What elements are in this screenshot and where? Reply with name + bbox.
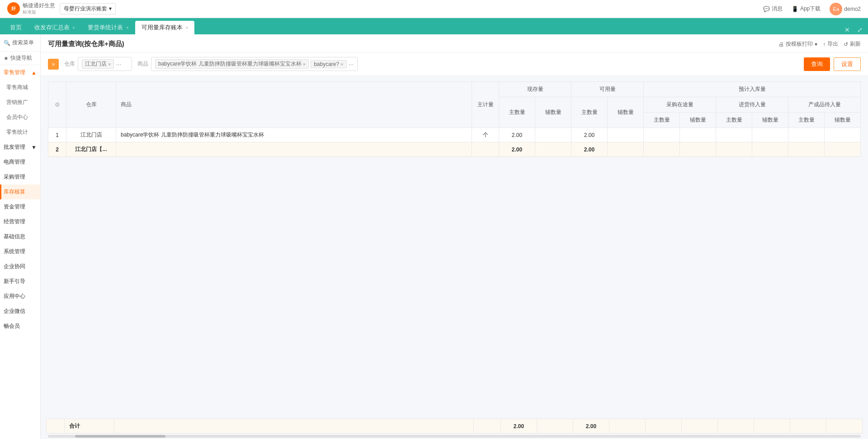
th-planned-in: 预计入库量 (644, 82, 861, 97)
th-avail-main: 主数量 (571, 97, 608, 128)
footer-area: 合计 2.00 2.00 (41, 419, 868, 434)
print-button[interactable]: 🖨 按模板打印 ▾ (778, 40, 817, 48)
sidebar-retail-mall-label: 零售商城 (6, 84, 28, 90)
refresh-icon: ↺ (844, 41, 848, 47)
cell-product-1: babycare学饮杯 儿童防摔防撞吸管杯重力球吸嘴杯宝宝水杯 (116, 128, 472, 142)
refresh-button[interactable]: ↺ 刷新 (844, 40, 861, 48)
filter-toggle-button[interactable]: » (48, 59, 59, 70)
product-tag-1: babycare学饮杯 儿童防摔防撞吸管杯重力球吸嘴杯宝宝水杯 × (155, 59, 309, 69)
tab-home-label: 首页 (10, 24, 22, 32)
cell-seq-2: 2 (48, 142, 66, 157)
export-icon: ↑ (823, 41, 826, 47)
close-window-icon[interactable]: ✕ (843, 25, 852, 34)
cell-warehouse-1: 江北门店 (66, 128, 116, 142)
sidebar-marketing-label: 营销推广 (6, 99, 28, 105)
tab-home[interactable]: 首页 (4, 21, 28, 34)
cell-purchase-sub-2 (680, 142, 716, 157)
sidebar-item-newbie[interactable]: 新手引导 (0, 274, 40, 289)
th-purchase-main: 主数量 (644, 113, 680, 128)
th-gear: ⚙ (48, 82, 66, 128)
query-button[interactable]: 查询 (804, 57, 830, 71)
footer-stock-sub (537, 419, 573, 434)
tab-order-stats[interactable]: 要货单统计表 × (81, 21, 135, 34)
warehouse-input[interactable]: 江北门店 × ··· (78, 57, 132, 71)
warehouse-tag-value: 江北门店 (85, 60, 107, 68)
sidebar-item-basic[interactable]: 基础信息 (0, 229, 40, 244)
sidebar-item-retail-mall[interactable]: 零售商城 (0, 80, 40, 95)
maximize-window-icon[interactable]: ⤢ (855, 25, 864, 34)
user-area[interactable]: Ea demo2 (830, 3, 861, 15)
cell-avail-sub-1 (608, 128, 644, 142)
sidebar-item-marketing[interactable]: 营销推广 (0, 95, 40, 110)
warehouse-tag-remove[interactable]: × (108, 61, 111, 67)
warehouse-tag: 江北门店 × (82, 59, 114, 69)
sidebar-item-operations[interactable]: 经营管理 (0, 214, 40, 229)
cell-stock-main-1: 2.00 (499, 128, 535, 142)
sidebar-item-member[interactable]: 会员中心 (0, 110, 40, 125)
cell-avail-main-1: 2.00 (571, 128, 608, 142)
sidebar-item-wholesale[interactable]: 批发管理 ▼ (0, 140, 40, 155)
sidebar-item-retail-stats[interactable]: 零售统计 (0, 125, 40, 140)
sidebar-item-enterprise[interactable]: 企业协同 (0, 259, 40, 274)
footer-stock-main: 2.00 (501, 419, 537, 434)
tab-order-stats-label: 要货单统计表 (88, 24, 123, 32)
scrollbar-thumb[interactable] (75, 435, 165, 438)
sidebar-item-wechat[interactable]: 企业微信 (0, 304, 40, 319)
sidebar-item-retail[interactable]: 零售管理 ▲ (0, 65, 40, 80)
cell-purchase-main-1 (644, 128, 680, 142)
table-area: ⚙ 仓库 商品 主计量 现存量 可用量 预计入库量 主数量 辅数量 主数量 辅数… (41, 76, 868, 419)
cell-product-main-2 (788, 142, 825, 157)
search-icon: 🔍 (4, 40, 10, 46)
th-product-main: 主数量 (788, 113, 825, 128)
th-product-pending: 产成品待入量 (788, 97, 861, 113)
sidebar-item-vip[interactable]: 畅会员 (0, 319, 40, 334)
sidebar-inventory-label: 库存核算 (4, 188, 25, 196)
sidebar-search[interactable]: 🔍 搜索菜单 (0, 34, 40, 52)
message-button[interactable]: 💬 消息 (763, 5, 783, 13)
template-selector[interactable]: 母婴行业演示账套 ▾ (60, 3, 116, 14)
sidebar-app-center-label: 应用中心 (4, 293, 25, 300)
product-tag-2-remove[interactable]: × (340, 61, 343, 67)
chevron-down-icon: ▾ (109, 5, 112, 12)
setting-button[interactable]: 设置 (834, 57, 861, 71)
sidebar-item-system[interactable]: 系统管理 (0, 244, 40, 259)
warehouse-more-icon[interactable]: ··· (116, 61, 121, 68)
sidebar-retail-stats-label: 零售统计 (6, 129, 28, 135)
tab-bar: 首页 收发存汇总表 × 要货单统计表 × 可用量库存账本 × ✕ ⤢ (0, 18, 868, 34)
tab-receipts-close[interactable]: × (72, 25, 75, 30)
download-icon: 📱 (792, 6, 798, 12)
cell-product-sub-2 (825, 142, 861, 157)
th-warehouse: 仓库 (66, 82, 116, 128)
print-label: 按模板打印 (786, 40, 813, 48)
tab-receipts[interactable]: 收发存汇总表 × (28, 21, 81, 34)
sidebar-item-inventory[interactable]: 库存核算 (0, 184, 40, 199)
horizontal-scrollbar[interactable] (48, 435, 861, 438)
sidebar-item-app-center[interactable]: 应用中心 (0, 289, 40, 304)
export-button[interactable]: ↑ 导出 (823, 40, 838, 48)
export-label: 导出 (827, 40, 838, 48)
sidebar-item-finance[interactable]: 资金管理 (0, 199, 40, 214)
th-stock-main: 主数量 (499, 97, 535, 128)
footer-purchase-sub (682, 419, 718, 434)
sidebar-nav[interactable]: ★ 快捷导航 (0, 52, 40, 65)
product-more-icon[interactable]: ··· (349, 61, 354, 68)
th-inbound-main: 主数量 (716, 113, 752, 128)
cell-inbound-main-1 (716, 128, 752, 142)
cell-product-sub-1 (825, 128, 861, 142)
sidebar-item-ecommerce[interactable]: 电商管理 (0, 155, 40, 170)
product-tag-1-remove[interactable]: × (303, 61, 306, 67)
tab-available-inventory-close[interactable]: × (185, 25, 188, 30)
sidebar-wholesale-label: 批发管理 (4, 143, 25, 151)
nav-icon: ★ (4, 55, 9, 61)
th-product-sub: 辅数量 (825, 113, 861, 128)
app-download-button[interactable]: 📱 App下载 (792, 5, 821, 13)
settings-icon[interactable]: ⚙ (55, 101, 60, 108)
tab-order-stats-close[interactable]: × (126, 25, 128, 30)
tab-available-inventory[interactable]: 可用量库存账本 × (135, 21, 194, 34)
cell-stock-sub-2 (535, 142, 571, 157)
sidebar-item-purchase[interactable]: 采购管理 (0, 170, 40, 184)
product-input[interactable]: babycare学饮杯 儿童防摔防撞吸管杯重力球吸嘴杯宝宝水杯 × babyca… (151, 57, 358, 71)
footer-product-sub (826, 419, 863, 434)
sidebar-operations-label: 经营管理 (4, 218, 25, 226)
footer-purchase-main (646, 419, 682, 434)
